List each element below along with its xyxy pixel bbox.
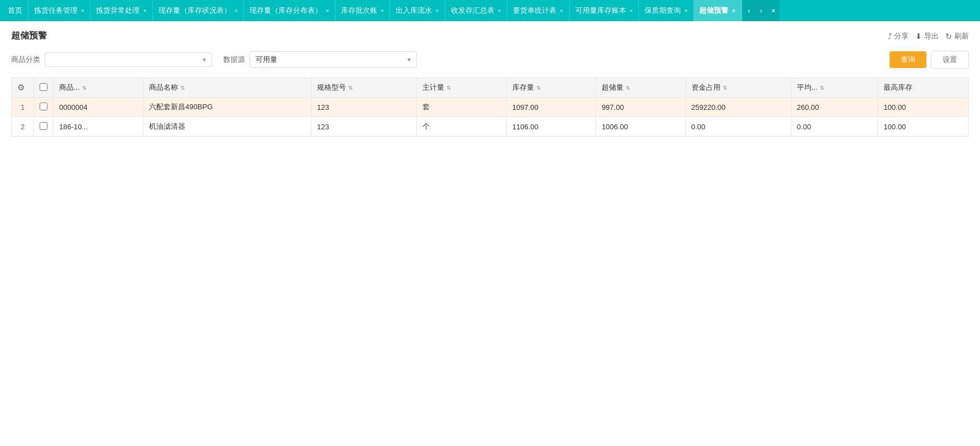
row-avg-0: 260.00 (791, 98, 878, 117)
sort-icon-spec[interactable]: ⇅ (348, 85, 353, 91)
row-max-stock-1: 100.00 (878, 117, 969, 137)
nav-tab-demand-stats[interactable]: 要货单统计表 × (507, 0, 569, 21)
row-avg-1: 0.00 (791, 117, 878, 137)
table-row: 2 186-10... 机油滤清器 123 个 1106.00 1006.00 … (12, 117, 969, 137)
sort-icon-overstock[interactable]: ⇅ (626, 85, 630, 91)
page-title: 超储预警 (11, 30, 47, 42)
col-avg: 平均... ⇅ (791, 78, 878, 98)
category-label: 商品分类 (11, 55, 40, 65)
nav-tab-in-out-flow[interactable]: 出入库流水 × (390, 0, 445, 21)
col-max-stock: 最高库存 (878, 78, 969, 98)
datasource-chevron-icon: ▾ (407, 56, 411, 64)
data-table: ⚙ 商品... ⇅ 商品名称 ⇅ (11, 77, 969, 137)
top-navigation: 首页 拣货任务管理 × 拣货异常处理 × 现存量（库存状况表） × 现存量（库存… (0, 0, 980, 21)
row-index-1: 2 (12, 117, 34, 137)
nav-arrow-left[interactable]: ‹ (743, 0, 755, 21)
export-icon: ⬇ (915, 32, 922, 41)
nav-tab-overstock-warning[interactable]: 超储预警 × (694, 0, 741, 21)
close-tab-quality-check[interactable]: × (684, 7, 688, 14)
filter-right-actions: 查询 设置 (890, 51, 969, 69)
page-content: 超储预警 ⤴ 分享 ⬇ 导出 ↻ 刷新 商品分类 ▾ 数据源 (0, 21, 980, 146)
row-unit-1: 个 (417, 117, 506, 137)
nav-tab-avail-account[interactable]: 可用量库存账本 × (570, 0, 639, 21)
close-tab-demand-stats[interactable]: × (560, 7, 563, 14)
row-checkbox-1[interactable] (40, 122, 47, 130)
row-checkbox-cell-1 (34, 117, 54, 137)
row-overstock-1: 1006.00 (596, 117, 685, 137)
col-product-name: 商品名称 ⇅ (143, 78, 311, 98)
category-select[interactable]: ▾ (45, 52, 212, 67)
close-tab-batch-account[interactable]: × (381, 7, 384, 14)
nav-tab-task-mgmt[interactable]: 拣货任务管理 × (28, 0, 90, 21)
close-tab-inventory-dist[interactable]: × (325, 7, 329, 14)
sort-icon-stock[interactable]: ⇅ (536, 85, 541, 91)
datasource-label: 数据源 (223, 55, 245, 65)
col-unit: 主计量 ⇅ (417, 78, 506, 98)
table-row: 1 0000004 六配套新昌490BPG 123 套 1097.00 997.… (12, 98, 969, 117)
page-header: 超储预警 ⤴ 分享 ⬇ 导出 ↻ 刷新 (11, 30, 969, 42)
row-product-code-0: 0000004 (54, 98, 143, 117)
col-overstock: 超储量 ⇅ (596, 78, 685, 98)
sort-icon-avg[interactable]: ⇅ (820, 85, 824, 91)
filter-area: 商品分类 ▾ 数据源 可用量 ▾ 查询 设置 (11, 51, 969, 69)
gear-icon[interactable]: ⚙ (17, 83, 25, 92)
header-actions: ⤴ 分享 ⬇ 导出 ↻ 刷新 (888, 31, 969, 41)
share-button[interactable]: ⤴ 分享 (888, 31, 909, 41)
sort-icon-product-name[interactable]: ⇅ (180, 85, 185, 91)
datasource-filter-group: 数据源 可用量 ▾ (223, 51, 417, 68)
close-tab-in-out-flow[interactable]: × (435, 7, 439, 14)
row-capital-1: 0.00 (685, 117, 791, 137)
category-filter-group: 商品分类 ▾ (11, 52, 212, 67)
nav-arrow-close[interactable]: × (767, 0, 780, 21)
close-tab-recv-send[interactable]: × (498, 7, 501, 14)
row-stock-0: 1097.00 (506, 98, 595, 117)
sort-icon-unit[interactable]: ⇅ (446, 85, 451, 91)
nav-tab-recv-send[interactable]: 收发存汇总表 × (445, 0, 507, 21)
nav-tab-quality-check[interactable]: 保质期查询 × (639, 0, 694, 21)
sort-icon-product-code[interactable]: ⇅ (82, 85, 87, 91)
export-button[interactable]: ⬇ 导出 (915, 31, 939, 41)
row-product-name-1: 机油滤清器 (143, 117, 311, 137)
row-capital-0: 259220.00 (685, 98, 791, 117)
refresh-button[interactable]: ↻ 刷新 (945, 31, 969, 41)
query-button[interactable]: 查询 (890, 51, 926, 68)
close-tab-task-mgmt[interactable]: × (81, 7, 84, 14)
row-checkbox-0[interactable] (40, 103, 47, 110)
datasource-select-value: 可用量 (256, 55, 403, 65)
select-all-checkbox[interactable] (40, 83, 47, 91)
share-icon: ⤴ (888, 32, 892, 41)
row-product-code-1: 186-10... (54, 117, 143, 137)
col-spec: 规格型号 ⇅ (311, 78, 417, 98)
row-index-0: 1 (12, 98, 34, 117)
close-tab-avail-account[interactable]: × (630, 7, 633, 14)
nav-tab-abnormal[interactable]: 拣货异常处理 × (90, 0, 152, 21)
col-gear: ⚙ (12, 78, 34, 98)
row-max-stock-0: 100.00 (878, 98, 969, 117)
row-spec-0: 123 (311, 98, 417, 117)
nav-tab-home[interactable]: 首页 (2, 0, 28, 21)
close-tab-inventory-status[interactable]: × (234, 7, 238, 14)
row-spec-1: 123 (311, 117, 417, 137)
row-stock-1: 1106.00 (506, 117, 595, 137)
row-unit-0: 套 (417, 98, 506, 117)
sort-icon-capital[interactable]: ⇅ (723, 85, 727, 91)
col-capital: 资金占用 ⇅ (685, 78, 791, 98)
datasource-select[interactable]: 可用量 ▾ (249, 51, 417, 68)
refresh-icon: ↻ (945, 32, 952, 41)
col-product-code: 商品... ⇅ (54, 78, 143, 98)
close-tab-abnormal[interactable]: × (143, 7, 146, 14)
close-tab-overstock-warning[interactable]: × (732, 7, 735, 14)
row-checkbox-cell-0 (34, 98, 54, 117)
nav-tab-inventory-status[interactable]: 现存量（库存状况表） × (153, 0, 244, 21)
row-product-name-0: 六配套新昌490BPG (143, 98, 311, 117)
nav-arrow-right[interactable]: › (755, 0, 767, 21)
category-chevron-icon: ▾ (203, 56, 206, 64)
col-stock: 库存量 ⇅ (506, 78, 595, 98)
col-checkbox (34, 78, 54, 98)
nav-arrows: ‹ › × (743, 0, 780, 21)
row-overstock-0: 997.00 (596, 98, 685, 117)
table-header-row: ⚙ 商品... ⇅ 商品名称 ⇅ (12, 78, 969, 98)
nav-tab-inventory-dist[interactable]: 现存量（库存分布表） × (244, 0, 335, 21)
nav-tab-batch-account[interactable]: 库存批次账 × (335, 0, 390, 21)
settings-button[interactable]: 设置 (931, 51, 969, 69)
